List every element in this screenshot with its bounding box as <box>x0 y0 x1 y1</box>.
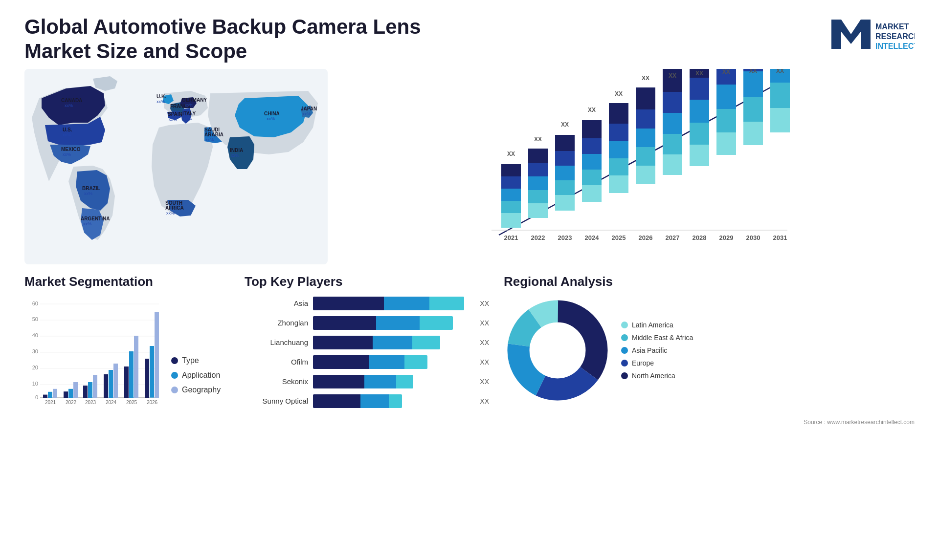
svg-text:xx%: xx% <box>83 221 91 226</box>
svg-text:60: 60 <box>32 301 38 306</box>
svg-text:xx%: xx% <box>65 103 73 108</box>
svg-text:2022: 2022 <box>531 234 545 241</box>
svg-text:BRAZIL: BRAZIL <box>82 186 100 191</box>
svg-rect-70 <box>636 147 655 166</box>
svg-rect-63 <box>609 175 628 193</box>
svg-text:U.K.: U.K. <box>156 94 166 99</box>
player-bar-ofilm <box>313 355 427 369</box>
svg-rect-61 <box>582 120 602 138</box>
player-bar-sunny <box>313 394 402 408</box>
player-bar-container-sunny <box>313 394 472 408</box>
svg-rect-64 <box>609 158 628 175</box>
svg-text:CHINA: CHINA <box>264 111 280 116</box>
svg-rect-59 <box>582 154 602 170</box>
player-bar-container-lianchuang <box>313 336 472 349</box>
svg-rect-54 <box>555 151 575 166</box>
svg-marker-0 <box>831 20 871 49</box>
svg-rect-51 <box>555 195 575 211</box>
svg-rect-73 <box>636 87 655 109</box>
player-row-lianchuang: Lianchuang XX <box>245 336 489 349</box>
player-row-sekonix: Sekonix XX <box>245 375 489 388</box>
mea-label: Middle East & Africa <box>632 334 693 342</box>
donut-chart-container <box>504 297 611 404</box>
player-row-ofilm: Ofilm XX <box>245 355 489 369</box>
player-bar-lianchuang <box>313 336 440 349</box>
svg-rect-139 <box>124 366 129 398</box>
svg-text:30: 30 <box>32 348 38 354</box>
svg-text:xx%: xx% <box>231 153 239 158</box>
svg-text:INTELLECT: INTELLECT <box>875 42 915 50</box>
svg-text:xx%: xx% <box>63 132 71 137</box>
legend-item-geography: Geography <box>171 386 221 394</box>
svg-rect-57 <box>582 185 602 202</box>
seg-chart-area: 60 50 40 30 20 10 0 <box>24 297 230 409</box>
regional-legend-europe: Europe <box>621 359 693 367</box>
svg-rect-53 <box>555 166 575 180</box>
svg-text:2027: 2027 <box>666 234 680 241</box>
geography-label: Geography <box>182 386 221 394</box>
svg-rect-106 <box>743 71 763 97</box>
svg-rect-75 <box>663 154 682 175</box>
svg-rect-143 <box>150 346 154 398</box>
svg-text:XX: XX <box>722 69 730 75</box>
svg-rect-101 <box>716 85 736 109</box>
main-content: CANADA xx% U.S. xx% MEXICO xx% BRAZIL xx… <box>0 69 939 264</box>
svg-text:XX: XX <box>561 121 569 128</box>
svg-text:XX: XX <box>642 75 649 82</box>
europe-dot <box>621 360 628 366</box>
svg-rect-49 <box>528 149 548 163</box>
geography-dot <box>171 387 178 393</box>
svg-text:XX: XX <box>669 72 676 79</box>
svg-text:ARABIA: ARABIA <box>204 132 224 137</box>
svg-rect-136 <box>104 374 108 398</box>
svg-text:CANADA: CANADA <box>61 98 82 103</box>
latin-dot <box>621 322 628 328</box>
svg-rect-67 <box>609 103 628 124</box>
svg-rect-96 <box>690 78 709 100</box>
svg-point-157 <box>531 323 584 377</box>
svg-text:xx%: xx% <box>267 116 275 121</box>
svg-rect-77 <box>663 113 682 134</box>
player-bar-asia <box>313 297 464 310</box>
europe-label: Europe <box>632 359 654 367</box>
svg-rect-140 <box>129 351 134 398</box>
svg-rect-58 <box>582 170 602 185</box>
svg-text:xx%: xx% <box>205 137 214 142</box>
svg-rect-142 <box>145 359 149 398</box>
regional-legend-latin: Latin America <box>621 321 693 329</box>
north-america-label: North America <box>632 372 675 380</box>
svg-rect-110 <box>770 83 790 108</box>
svg-text:SPAIN: SPAIN <box>168 111 182 117</box>
seg-bar-chart-svg: 60 50 40 30 20 10 0 <box>24 297 161 409</box>
svg-text:2026: 2026 <box>639 234 653 241</box>
svg-text:ARGENTINA: ARGENTINA <box>81 216 110 221</box>
regional-section: Regional Analysis <box>504 274 915 414</box>
svg-text:U.S.: U.S. <box>63 127 72 132</box>
seg-legend: Type Application Geography <box>171 356 221 409</box>
regional-legend-mea: Middle East & Africa <box>621 334 693 342</box>
svg-rect-39 <box>501 213 521 228</box>
player-name-sekonix: Sekonix <box>245 377 308 386</box>
svg-text:xx%: xx% <box>183 116 192 121</box>
north-america-dot <box>621 372 628 379</box>
svg-text:50: 50 <box>32 316 38 322</box>
svg-rect-132 <box>73 382 78 398</box>
regional-legend: Latin America Middle East & Africa Asia … <box>621 321 693 380</box>
svg-rect-47 <box>528 176 548 190</box>
application-label: Application <box>182 371 220 380</box>
regional-title: Regional Analysis <box>504 274 915 289</box>
svg-rect-65 <box>609 141 628 158</box>
svg-text:2022: 2022 <box>66 400 77 405</box>
player-row-sunny: Sunny Optical XX <box>245 394 489 408</box>
segmentation-title: Market Segmentation <box>24 274 230 289</box>
svg-text:2031: 2031 <box>773 234 787 241</box>
player-xx-asia: XX <box>480 300 489 307</box>
type-dot <box>171 357 178 364</box>
legend-item-type: Type <box>171 356 221 365</box>
donut-chart-svg <box>504 297 611 404</box>
svg-rect-133 <box>83 386 88 398</box>
bottom-content: Market Segmentation 60 50 40 30 20 10 0 <box>0 264 939 419</box>
svg-rect-72 <box>636 109 655 129</box>
svg-rect-76 <box>663 134 682 154</box>
svg-text:0: 0 <box>35 394 38 400</box>
